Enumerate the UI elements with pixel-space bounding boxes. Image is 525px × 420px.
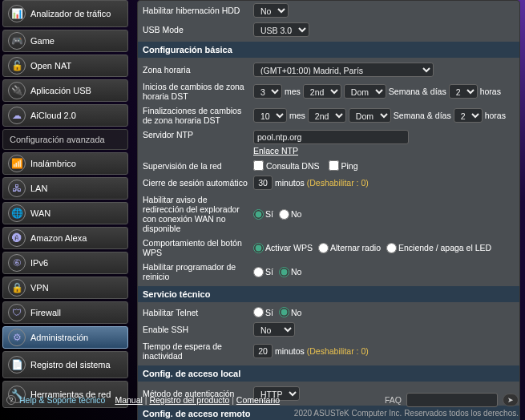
unit: mes bbox=[289, 111, 305, 120]
sidebar-item-vpn[interactable]: 🔒VPN bbox=[2, 277, 128, 299]
sidebar-section-advanced: Configuración avanzada bbox=[2, 129, 128, 150]
sidebar-item-wireless[interactable]: 📶Inalámbrico bbox=[2, 152, 128, 175]
sidebar-item-syslog[interactable]: 📄Registro del sistema bbox=[2, 351, 128, 378]
radio-label: Sí bbox=[265, 308, 273, 317]
wps-activate[interactable] bbox=[253, 243, 264, 253]
help-support-link[interactable]: Help & Soporte técnico bbox=[19, 396, 105, 405]
dst-start-month[interactable]: 3 bbox=[253, 84, 282, 99]
usb-mode-select[interactable]: USB 3.0 bbox=[253, 22, 309, 37]
dst-start-hour[interactable]: 2 bbox=[449, 84, 478, 99]
dst-end-month[interactable]: 10 bbox=[253, 108, 287, 123]
faq-link[interactable]: FAQ bbox=[385, 395, 402, 405]
row-ntp-server: Servidor NTP Enlace NTP bbox=[140, 127, 517, 158]
label: Habilitar programador de reinicio bbox=[143, 262, 253, 281]
usb-icon: 🔌 bbox=[8, 82, 26, 99]
label: Enable SSH bbox=[143, 325, 253, 334]
reboot-no[interactable] bbox=[279, 267, 289, 277]
sidebar-item-aicloud[interactable]: ☁AiCloud 2.0 bbox=[2, 104, 128, 127]
checkbox-label: Ping bbox=[341, 161, 358, 171]
label: Servidor NTP bbox=[143, 130, 253, 139]
row-reboot-scheduler: Habilitar programador de reinicio Sí No bbox=[140, 260, 517, 284]
globe-icon: 🌐 bbox=[8, 204, 26, 222]
sidebar-item-label: Aplicación USB bbox=[30, 86, 91, 95]
chart-icon: 📊 bbox=[8, 5, 26, 22]
row-timezone: Zona horaria (GMT+01:00) Madrid, París bbox=[140, 60, 517, 79]
label: Habilitar aviso de redirección del explo… bbox=[143, 195, 253, 233]
hint: (Deshabilitar : 0) bbox=[307, 178, 369, 188]
dst-end-hour[interactable]: 2 bbox=[454, 108, 483, 123]
sidebar-item-label: LAN bbox=[30, 184, 47, 193]
search-button[interactable]: ➤ bbox=[503, 394, 519, 406]
radio-label: Alternar radio bbox=[330, 243, 381, 252]
wan-redirect-yes[interactable] bbox=[253, 209, 264, 220]
sidebar-item-label: WAN bbox=[30, 208, 50, 218]
ssh-select[interactable]: No bbox=[253, 322, 295, 337]
dst-end-day[interactable]: Dom bbox=[349, 108, 391, 123]
wifi-icon: 📶 bbox=[8, 155, 26, 172]
dns-query-checkbox[interactable] bbox=[253, 160, 264, 171]
unit: minutos bbox=[275, 346, 305, 356]
comment-link[interactable]: Comentario bbox=[236, 395, 280, 405]
reboot-yes[interactable] bbox=[253, 267, 264, 277]
sidebar-item-label: Amazon Alexa bbox=[30, 233, 87, 243]
row-dst-start: Inicios de cambios de zona horaria DST 3… bbox=[140, 79, 517, 103]
label: Habilitar hibernación HDD bbox=[143, 6, 253, 15]
sidebar-item-firewall[interactable]: 🛡Firewall bbox=[2, 301, 128, 324]
sidebar-item-lan[interactable]: 🖧LAN bbox=[2, 177, 128, 200]
label: Cierre de sesión automático bbox=[143, 178, 253, 188]
row-idle-timeout: Tiempo de espera de inactividad minutos … bbox=[140, 339, 517, 363]
sidebar-item-traffic[interactable]: 📊Analizador de tráfico bbox=[2, 0, 128, 27]
sidebar-item-wan[interactable]: 🌐WAN bbox=[2, 202, 128, 224]
row-network-monitoring: Supervisión de la red Consulta DNS Ping bbox=[140, 158, 517, 173]
dst-start-week[interactable]: 2nd bbox=[303, 84, 341, 99]
unit: Semana & días bbox=[389, 87, 446, 96]
hdd-hibernation-select[interactable]: No bbox=[253, 3, 289, 18]
sidebar-item-opennat[interactable]: 🔓Open NAT bbox=[2, 55, 128, 77]
telnet-no[interactable] bbox=[279, 307, 289, 317]
gear-icon: ⚙ bbox=[8, 329, 26, 346]
sidebar-item-game[interactable]: 🎮Game bbox=[2, 30, 128, 52]
unit: minutos bbox=[275, 178, 305, 188]
unit: horas bbox=[485, 111, 506, 120]
radio-label: No bbox=[291, 209, 301, 219]
shield-icon: 🛡 bbox=[8, 304, 26, 321]
ping-checkbox[interactable] bbox=[329, 160, 339, 171]
idle-timeout-input[interactable] bbox=[253, 344, 273, 358]
wan-redirect-no[interactable] bbox=[279, 209, 289, 220]
checkbox-label: Consulta DNS bbox=[266, 161, 320, 171]
wps-toggle-radio[interactable] bbox=[318, 243, 329, 253]
label: USB Mode bbox=[143, 25, 253, 34]
product-registration-link[interactable]: Registro del producto bbox=[149, 395, 229, 405]
wps-led[interactable] bbox=[386, 243, 397, 253]
sidebar-item-label: Inalámbrico bbox=[30, 159, 76, 168]
dst-start-day[interactable]: Dom bbox=[344, 84, 386, 99]
ntp-server-input[interactable] bbox=[253, 130, 409, 144]
label: Comportamiento del botón WPS bbox=[143, 238, 253, 257]
search-input[interactable] bbox=[406, 393, 498, 407]
log-icon: 📄 bbox=[8, 356, 26, 374]
sidebar-item-usbapp[interactable]: 🔌Aplicación USB bbox=[2, 79, 128, 102]
telnet-yes[interactable] bbox=[253, 307, 264, 317]
radio-label: Sí bbox=[265, 267, 273, 277]
manual-link[interactable]: Manual bbox=[115, 395, 142, 405]
unit: Semana & días bbox=[394, 111, 451, 120]
lan-icon: 🖧 bbox=[8, 180, 26, 197]
sidebar-item-alexa[interactable]: 🅐Amazon Alexa bbox=[2, 227, 128, 249]
row-dst-end: Finalizaciones de cambios de zona horari… bbox=[140, 103, 517, 127]
sidebar-item-label: Open NAT bbox=[30, 61, 71, 71]
dst-end-week[interactable]: 2nd bbox=[308, 108, 346, 123]
radio-label: No bbox=[291, 267, 301, 277]
sidebar: 📊Analizador de tráfico 🎮Game 🔓Open NAT 🔌… bbox=[0, 0, 131, 401]
hint: (Deshabilitar : 0) bbox=[307, 346, 369, 356]
game-icon: 🎮 bbox=[8, 32, 26, 50]
timezone-select[interactable]: (GMT+01:00) Madrid, París bbox=[253, 63, 434, 77]
ipv6-icon: ⑥ bbox=[8, 254, 26, 272]
sidebar-item-administration[interactable]: ⚙Administración bbox=[2, 326, 128, 349]
label: Supervisión de la red bbox=[143, 161, 253, 171]
sidebar-item-label: Analizador de tráfico bbox=[30, 9, 111, 18]
ntp-link[interactable]: Enlace NTP bbox=[253, 146, 298, 155]
auto-logout-input[interactable] bbox=[253, 176, 273, 190]
label: Habilitar Telnet bbox=[143, 308, 253, 317]
label: Zona horaria bbox=[143, 65, 253, 75]
sidebar-item-ipv6[interactable]: ⑥IPv6 bbox=[2, 252, 128, 274]
